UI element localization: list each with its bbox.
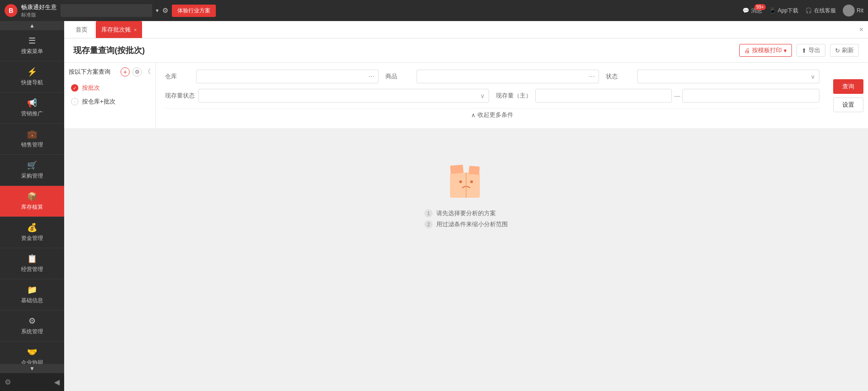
sidebar-item-system[interactable]: ⚙ 系统管理 xyxy=(0,310,64,342)
sidebar-item-label: 销售管理 xyxy=(21,141,43,149)
chevron-down-icon: ▾ xyxy=(156,7,159,14)
sidebar-item-operations[interactable]: 📋 经营管理 xyxy=(0,248,64,279)
tip-text-2: 用过滤条件来缩小分析范围 xyxy=(436,220,508,228)
scheme-header: 按以下方案查询 + ⚙ 《 xyxy=(69,67,151,76)
warehouse-dots[interactable]: ··· xyxy=(368,72,374,81)
sidebar-item-sales[interactable]: 💼 销售管理 xyxy=(0,124,64,155)
search-menu-icon: ☰ xyxy=(28,36,36,46)
refresh-button[interactable]: ↻ 刷新 xyxy=(830,44,859,57)
sidebar-item-basic-info[interactable]: 📁 基础信息 xyxy=(0,279,64,310)
tab-close-icon[interactable]: × xyxy=(134,27,137,33)
scheme-item-label: 按批次 xyxy=(82,84,100,92)
stock-qty-from-input[interactable] xyxy=(535,89,672,103)
stock-qty-to-input[interactable] xyxy=(682,89,819,103)
stock-status-filter: 现存量状态 ∨ xyxy=(165,89,489,103)
sidebar-item-search-menu[interactable]: ☰ 搜索菜单 xyxy=(0,30,64,61)
scheme-panel: 按以下方案查询 + ⚙ 《 xyxy=(64,63,156,128)
warehouse-label: 仓库 xyxy=(165,72,192,81)
sidebar-item-label: 库存核算 xyxy=(21,203,43,211)
user-profile[interactable]: Rit xyxy=(843,5,863,16)
search-dropdown[interactable]: ▾ xyxy=(156,7,159,14)
app-download-label: App下载 xyxy=(778,7,798,15)
chevron-up-icon: ∧ xyxy=(471,112,476,119)
brand-name: 畅康通好生意 xyxy=(21,3,57,11)
sidebar: ▲ ☰ 搜索菜单 ⚡ 快捷导航 📢 营销推广 💼 销售管理 🛒 采购管理 xyxy=(0,21,64,391)
collapse-more-button[interactable]: ∧ 收起更多条件 xyxy=(165,108,819,121)
app-download-button[interactable]: 📱 App下载 xyxy=(769,7,798,15)
stock-qty-range: — xyxy=(535,89,820,103)
print-icon: 🖨 xyxy=(744,47,750,54)
sidebar-scroll-down[interactable]: ▼ xyxy=(0,364,64,373)
scheme-settings-button[interactable]: ⚙ xyxy=(132,67,142,76)
warehouse-input[interactable]: ··· xyxy=(196,70,379,83)
tab-home[interactable]: 首页 xyxy=(69,21,95,38)
scheme-collapse-button[interactable]: 《 xyxy=(144,68,151,76)
search-input[interactable] xyxy=(60,4,152,17)
range-separator: — xyxy=(674,92,680,99)
avatar xyxy=(843,5,855,16)
status-label: 状态 xyxy=(606,72,633,81)
stock-qty-filter: 现存量（主） — xyxy=(496,89,820,103)
sidebar-item-purchase[interactable]: 🛒 采购管理 xyxy=(0,155,64,186)
tip-text-1: 请先选择要分析的方案 xyxy=(436,209,496,217)
svg-rect-1 xyxy=(450,165,463,174)
scheme-active-dot: ✓ xyxy=(71,84,78,92)
page-content: 现存量查询(按批次) 🖨 按模板打印 ▾ ⬆ 导出 ↻ 刷新 xyxy=(64,38,868,391)
stock-status-select[interactable]: ∨ xyxy=(198,89,489,103)
template-print-button[interactable]: 🖨 按模板打印 ▾ xyxy=(739,44,792,57)
customer-service-button[interactable]: 🎧 在线客服 xyxy=(805,7,836,15)
scheme-header-title: 按以下方案查询 xyxy=(69,68,110,76)
tab-inventory-batch[interactable]: 库存批次账 × xyxy=(96,21,142,38)
svg-rect-2 xyxy=(468,166,479,175)
tab-bar: 首页 库存批次账 × × xyxy=(64,21,868,38)
query-button[interactable]: 查询 xyxy=(833,79,863,94)
scheme-item-by-batch[interactable]: ✓ 按批次 xyxy=(69,81,151,95)
product-dots[interactable]: ··· xyxy=(589,72,595,81)
scheme-header-actions: + ⚙ 《 xyxy=(121,67,151,76)
scheme-add-button[interactable]: + xyxy=(121,67,130,76)
sidebar-item-label: 采购管理 xyxy=(21,172,43,180)
export-button[interactable]: ⬆ 导出 xyxy=(797,44,825,57)
svg-point-3 xyxy=(459,180,462,183)
close-all-tabs-icon[interactable]: × xyxy=(859,26,863,34)
brand-sub: 标准版 xyxy=(21,11,57,18)
scheme-item-label: 按仓库+批次 xyxy=(82,98,115,106)
headset-icon: 🎧 xyxy=(805,7,812,14)
refresh-icon: ↻ xyxy=(835,47,840,54)
chevron-down-icon: ▾ xyxy=(784,47,787,54)
stock-status-label: 现存量状态 xyxy=(165,92,195,100)
empty-illustration xyxy=(443,157,489,202)
trial-button[interactable]: 体验行业方案 xyxy=(172,5,216,17)
sidebar-items: ☰ 搜索菜单 ⚡ 快捷导航 📢 营销推广 💼 销售管理 🛒 采购管理 📦 库 xyxy=(0,30,64,364)
sidebar-collapse-icon[interactable]: ◀ xyxy=(54,378,60,386)
export-icon: ⬆ xyxy=(802,47,807,54)
stock-status-arrow: ∨ xyxy=(480,92,485,99)
customer-service-label: 在线客服 xyxy=(814,7,836,15)
product-label: 商品 xyxy=(385,72,413,81)
sidebar-item-label: 资金管理 xyxy=(21,234,43,242)
sidebar-settings-icon[interactable]: ⚙ xyxy=(5,378,11,386)
status-arrow: ∨ xyxy=(811,73,815,80)
status-select[interactable]: ∨ xyxy=(637,70,819,83)
filter-settings-button[interactable]: 设置 xyxy=(833,98,863,112)
message-button[interactable]: 💬 消息 99+ xyxy=(742,7,762,15)
sidebar-scroll-up[interactable]: ▲ xyxy=(0,21,64,30)
empty-state: 1 请先选择要分析的方案 2 用过滤条件来缩小分析范围 xyxy=(64,129,868,256)
scheme-item-by-warehouse-batch[interactable]: ○ 按仓库+批次 xyxy=(69,95,151,109)
operations-icon: 📋 xyxy=(27,254,37,264)
sidebar-item-marketing[interactable]: 📢 营销推广 xyxy=(0,92,64,124)
settings-icon[interactable]: ⚙ xyxy=(162,6,168,15)
sidebar-item-inventory[interactable]: 📦 库存核算 xyxy=(0,186,64,217)
main-layout: ▲ ☰ 搜索菜单 ⚡ 快捷导航 📢 营销推广 💼 销售管理 🛒 采购管理 xyxy=(0,21,868,391)
message-icon: 💬 xyxy=(742,7,749,14)
sidebar-item-enterprise[interactable]: 🤝 企业协同 xyxy=(0,342,64,364)
topbar-right: 💬 消息 99+ 📱 App下载 🎧 在线客服 Rit xyxy=(742,5,863,16)
status-filter: 状态 ∨ xyxy=(606,70,819,83)
user-name: Rit xyxy=(857,7,863,14)
product-input[interactable]: ··· xyxy=(417,70,599,83)
quick-nav-icon: ⚡ xyxy=(27,67,37,77)
query-btn-area: 查询 设置 xyxy=(829,63,868,128)
sidebar-item-finance[interactable]: 💰 资金管理 xyxy=(0,217,64,248)
message-badge: 99+ xyxy=(754,4,766,10)
sidebar-item-quick-nav[interactable]: ⚡ 快捷导航 xyxy=(0,61,64,92)
